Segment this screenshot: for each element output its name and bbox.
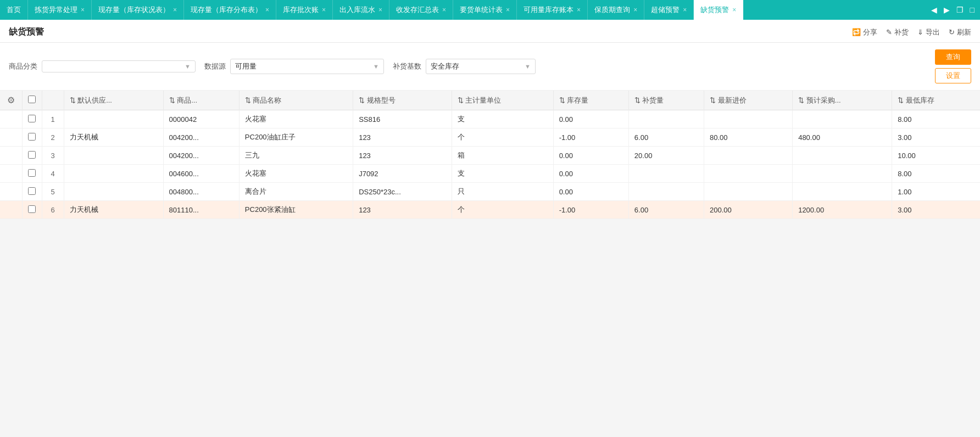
datasource-label: 数据源 bbox=[204, 61, 226, 71]
sort-icon: ⇅ bbox=[634, 96, 641, 104]
table-row: 4 004600... 火花塞 J7092 支 0.00 8.00 bbox=[0, 165, 980, 183]
category-select[interactable]: ▼ bbox=[42, 60, 196, 72]
row-unit: 支 bbox=[452, 110, 553, 128]
row-default-supplier: 力天机械 bbox=[64, 128, 163, 147]
row-settings-cell bbox=[0, 128, 22, 147]
th-unit[interactable]: ⇅ 主计量单位 bbox=[452, 91, 553, 110]
tab-prev-icon[interactable]: ◀ bbox=[928, 4, 940, 15]
tab-pick-exception[interactable]: 拣货异常处理 × bbox=[28, 0, 92, 20]
th-product-code[interactable]: ⇅ 商品... bbox=[163, 91, 239, 110]
tab-next-icon[interactable]: ▶ bbox=[940, 4, 953, 15]
row-spec: SS816 bbox=[353, 110, 452, 128]
row-checkbox[interactable] bbox=[28, 187, 36, 195]
close-icon[interactable]: × bbox=[378, 6, 382, 14]
sort-icon: ⇅ bbox=[798, 96, 804, 104]
close-icon[interactable]: × bbox=[442, 6, 446, 14]
close-icon[interactable]: × bbox=[322, 6, 326, 14]
sort-icon: ⇅ bbox=[710, 96, 716, 104]
row-product-code: 801110... bbox=[163, 201, 239, 219]
sort-icon: ⇅ bbox=[898, 96, 904, 104]
tab-batch-account[interactable]: 库存批次账 × bbox=[276, 0, 333, 20]
close-icon[interactable]: × bbox=[633, 6, 637, 14]
sort-icon: ⇅ bbox=[70, 96, 76, 104]
settings-button[interactable]: 设置 bbox=[935, 68, 971, 83]
close-icon[interactable]: × bbox=[173, 6, 177, 14]
tab-inventory-dist[interactable]: 现存量（库存分布表） × bbox=[184, 0, 276, 20]
row-checkbox[interactable] bbox=[28, 115, 36, 122]
row-num: 6 bbox=[42, 201, 64, 219]
tab-receive-summary[interactable]: 收发存汇总表 × bbox=[389, 0, 453, 20]
query-button[interactable]: 查询 bbox=[935, 49, 971, 65]
row-settings-cell bbox=[0, 201, 22, 219]
tab-inout-flow[interactable]: 出入库流水 × bbox=[333, 0, 389, 20]
refresh-button[interactable]: ↻ 刷新 bbox=[949, 27, 971, 37]
tab-available-ledger[interactable]: 可用量库存账本 × bbox=[517, 0, 588, 20]
table-row: 2 力天机械 004200... PC200油缸庄子 123 个 -1.00 6… bbox=[0, 128, 980, 147]
th-latest-price[interactable]: ⇅ 最新进价 bbox=[704, 91, 793, 110]
page-header: 缺货预警 🔁 分享 ✎ 补货 ⇓ 导出 ↻ 刷新 bbox=[0, 20, 980, 43]
select-all-checkbox[interactable] bbox=[28, 96, 36, 103]
row-spec: J7092 bbox=[353, 165, 452, 183]
sort-icon: ⇅ bbox=[245, 96, 251, 104]
row-product-name: 火花塞 bbox=[239, 110, 353, 128]
tab-fullscreen-icon[interactable]: □ bbox=[967, 4, 978, 15]
row-inventory: 0.00 bbox=[553, 110, 628, 128]
row-replenish-qty: 6.00 bbox=[628, 128, 704, 147]
row-inventory: 0.00 bbox=[553, 183, 628, 201]
row-product-code: 0000042 bbox=[163, 110, 239, 128]
replenish-basis-label: 补货基数 bbox=[393, 61, 421, 71]
row-min-inventory: 8.00 bbox=[892, 110, 980, 128]
row-spec: DS250*23c... bbox=[353, 183, 452, 201]
header-actions: 🔁 分享 ✎ 补货 ⇓ 导出 ↻ 刷新 bbox=[852, 27, 971, 37]
data-table: ⚙ ⇅ 默认供应... ⇅ 商品... ⇅ bbox=[0, 91, 980, 219]
export-icon: ⇓ bbox=[917, 28, 923, 36]
close-icon[interactable]: × bbox=[265, 6, 269, 14]
row-product-name: 三九 bbox=[239, 147, 353, 165]
row-unit: 个 bbox=[452, 128, 553, 147]
row-unit: 个 bbox=[452, 201, 553, 219]
replenish-button[interactable]: ✎ 补货 bbox=[886, 27, 909, 37]
row-min-inventory: 3.00 bbox=[892, 201, 980, 219]
main-content: 缺货预警 🔁 分享 ✎ 补货 ⇓ 导出 ↻ 刷新 商品分类 bbox=[0, 20, 980, 219]
th-replenish-qty[interactable]: ⇅ 补货量 bbox=[628, 91, 704, 110]
row-product-code: 004200... bbox=[163, 128, 239, 147]
tab-expiry-query[interactable]: 保质期查询 × bbox=[588, 0, 644, 20]
row-replenish-qty: 20.00 bbox=[628, 147, 704, 165]
tab-shortage-warning[interactable]: 缺货预警 × bbox=[694, 0, 743, 20]
th-inventory[interactable]: ⇅ 库存量 bbox=[553, 91, 628, 110]
row-default-supplier bbox=[64, 183, 163, 201]
th-min-inventory[interactable]: ⇅ 最低库存 bbox=[892, 91, 980, 110]
replenish-basis-filter-group: 补货基数 安全库存 ▼ bbox=[393, 59, 536, 74]
row-product-code: 004600... bbox=[163, 165, 239, 183]
th-spec[interactable]: ⇅ 规格型号 bbox=[353, 91, 452, 110]
th-default-supplier[interactable]: ⇅ 默认供应... bbox=[64, 91, 163, 110]
row-settings-cell bbox=[0, 147, 22, 165]
share-icon: 🔁 bbox=[852, 28, 861, 36]
row-settings-cell bbox=[0, 183, 22, 201]
table-row: 6 力天机械 801110... PC200张紧油缸 123 个 -1.00 6… bbox=[0, 201, 980, 219]
th-product-name[interactable]: ⇅ 商品名称 bbox=[239, 91, 353, 110]
share-button[interactable]: 🔁 分享 bbox=[852, 27, 877, 37]
row-checkbox[interactable] bbox=[28, 133, 36, 141]
sort-icon: ⇅ bbox=[458, 96, 464, 104]
close-icon[interactable]: × bbox=[732, 6, 736, 14]
close-icon[interactable]: × bbox=[506, 6, 510, 14]
th-estimated-purchase[interactable]: ⇅ 预计采购... bbox=[793, 91, 892, 110]
row-checkbox[interactable] bbox=[28, 169, 36, 177]
datasource-select[interactable]: 可用量 ▼ bbox=[230, 59, 384, 74]
tab-home[interactable]: 首页 bbox=[0, 0, 28, 20]
close-icon[interactable]: × bbox=[577, 6, 581, 14]
tab-overstock-warning[interactable]: 超储预警 × bbox=[644, 0, 694, 20]
tab-restore-icon[interactable]: ❐ bbox=[953, 4, 967, 15]
replenish-basis-select[interactable]: 安全库存 ▼ bbox=[426, 59, 536, 74]
close-icon[interactable]: × bbox=[81, 6, 85, 14]
tab-order-stats[interactable]: 要货单统计表 × bbox=[453, 0, 517, 20]
row-default-supplier: 力天机械 bbox=[64, 201, 163, 219]
row-checkbox[interactable] bbox=[28, 205, 36, 213]
tab-inventory-status[interactable]: 现存量（库存状况表） × bbox=[92, 0, 184, 20]
row-min-inventory: 8.00 bbox=[892, 165, 980, 183]
export-button[interactable]: ⇓ 导出 bbox=[917, 27, 940, 37]
row-checkbox[interactable] bbox=[28, 151, 36, 159]
close-icon[interactable]: × bbox=[683, 6, 687, 14]
gear-icon[interactable]: ⚙ bbox=[7, 96, 15, 105]
